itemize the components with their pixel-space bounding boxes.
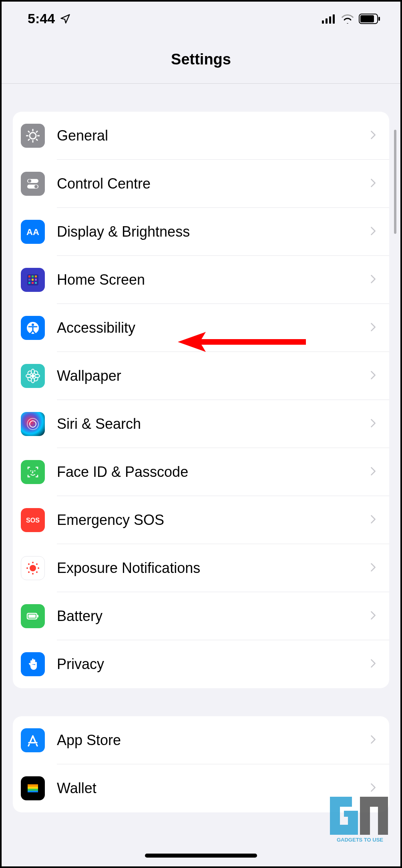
- svg-rect-6: [378, 17, 380, 21]
- flower-icon: [21, 364, 45, 388]
- svg-rect-0: [322, 20, 324, 24]
- status-time: 5:44: [28, 11, 55, 26]
- watermark-logo: GADGETS TO USE: [326, 793, 394, 846]
- settings-row-label: Home Screen: [57, 271, 369, 288]
- settings-row-label: App Store: [57, 732, 369, 749]
- exposure-icon: [21, 556, 45, 580]
- wifi-icon: [341, 14, 354, 24]
- page-title: Settings: [171, 51, 231, 68]
- settings-row-label: Control Centre: [57, 175, 369, 192]
- appstore-icon: [21, 728, 45, 752]
- settings-row-label: Battery: [57, 608, 369, 625]
- cellular-signal-icon: [322, 14, 336, 24]
- svg-rect-1: [326, 18, 328, 24]
- annotation-arrow: [178, 330, 306, 356]
- settings-row-label: Display & Brightness: [57, 223, 369, 240]
- settings-row-face-id-passcode[interactable]: Face ID & Passcode: [13, 448, 389, 496]
- chevron-right-icon: [369, 321, 377, 334]
- siri-icon: [21, 412, 45, 436]
- chevron-right-icon: [369, 734, 377, 747]
- settings-row-label: Wallet: [57, 780, 369, 797]
- settings-row-siri-search[interactable]: Siri & Search: [13, 400, 389, 448]
- chevron-right-icon: [369, 562, 377, 575]
- settings-row-exposure-notifications[interactable]: Exposure Notifications: [13, 544, 389, 592]
- chevron-right-icon: [369, 658, 377, 671]
- settings-row-label: General: [57, 127, 369, 144]
- chevron-right-icon: [369, 225, 377, 238]
- status-bar: 5:44: [2, 2, 400, 36]
- home-indicator: [145, 854, 257, 858]
- faceid-icon: [21, 460, 45, 484]
- location-icon: [60, 13, 71, 24]
- settings-row-label: Wallpaper: [57, 368, 369, 384]
- battery-icon: [21, 604, 45, 628]
- chevron-right-icon: [369, 514, 377, 526]
- chevron-right-icon: [369, 177, 377, 190]
- svg-rect-3: [333, 14, 335, 24]
- settings-row-control-centre[interactable]: Control Centre: [13, 160, 389, 208]
- settings-group: GeneralControl CentreDisplay & Brightnes…: [13, 112, 389, 688]
- settings-row-label: Siri & Search: [57, 416, 369, 432]
- hand-icon: [21, 652, 45, 676]
- settings-row-battery[interactable]: Battery: [13, 592, 389, 640]
- chevron-right-icon: [369, 273, 377, 286]
- settings-row-general[interactable]: General: [13, 112, 389, 160]
- apps-grid-icon: [21, 268, 45, 292]
- wallet-icon: [21, 776, 45, 800]
- aa-icon: [21, 220, 45, 244]
- settings-row-label: Emergency SOS: [57, 512, 369, 528]
- settings-row-label: Privacy: [57, 656, 369, 673]
- settings-row-home-screen[interactable]: Home Screen: [13, 256, 389, 304]
- svg-text:GADGETS TO USE: GADGETS TO USE: [337, 837, 383, 843]
- switches-icon: [21, 172, 45, 196]
- gear-icon: [21, 124, 45, 148]
- navigation-bar: Settings: [2, 36, 400, 84]
- accessibility-icon: [21, 316, 45, 340]
- scroll-indicator: [394, 130, 396, 234]
- settings-row-app-store[interactable]: App Store: [13, 716, 389, 764]
- settings-row-display-brightness[interactable]: Display & Brightness: [13, 208, 389, 256]
- chevron-right-icon: [369, 370, 377, 382]
- chevron-right-icon: [369, 466, 377, 478]
- chevron-right-icon: [369, 129, 377, 142]
- settings-row-wallpaper[interactable]: Wallpaper: [13, 352, 389, 400]
- chevron-right-icon: [369, 418, 377, 430]
- settings-row-label: Exposure Notifications: [57, 560, 369, 577]
- battery-icon: [359, 14, 380, 24]
- settings-row-emergency-sos[interactable]: Emergency SOS: [13, 496, 389, 544]
- svg-rect-5: [360, 15, 374, 22]
- sos-icon: [21, 508, 45, 532]
- settings-row-label: Face ID & Passcode: [57, 464, 369, 480]
- svg-rect-2: [329, 16, 331, 24]
- settings-row-privacy[interactable]: Privacy: [13, 640, 389, 688]
- chevron-right-icon: [369, 610, 377, 623]
